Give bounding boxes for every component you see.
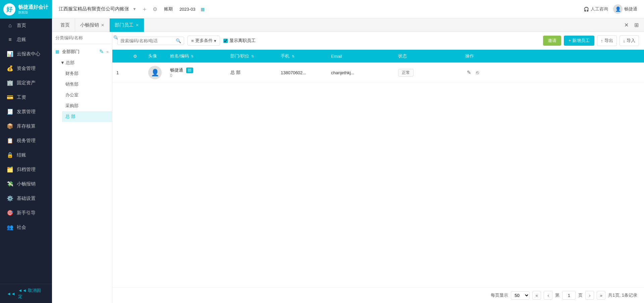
dept-node-label: 办公室 [65, 92, 78, 97]
add-employee-button[interactable]: + 新增员工 [564, 36, 594, 46]
edit-button[interactable]: ✎ [465, 69, 473, 77]
employee-tag: 部 [186, 68, 193, 73]
assets-icon: 🏢 [7, 80, 13, 86]
export-button[interactable]: ↑ 导出 [597, 35, 617, 46]
user-button[interactable]: 👤 畅捷通 [613, 4, 637, 14]
sidebar-item-label: 新手引导 [17, 210, 36, 216]
company-settings-icon[interactable]: ⚙ [153, 6, 157, 12]
sidebar-item-ledger[interactable]: ≡ 总账 [0, 33, 52, 47]
col-dept[interactable]: 部门/职位 ⇅ [226, 50, 277, 62]
prev-page-button[interactable]: ‹ [544, 291, 552, 300]
dept-node-general[interactable]: 总 部 [62, 111, 112, 122]
row-phone: 138070602... [277, 62, 327, 83]
settings-icon: ⚙️ [7, 195, 13, 202]
employee-code: 0 [170, 73, 222, 78]
calendar-icon[interactable]: ▦ [201, 7, 205, 12]
next-page-button[interactable]: › [585, 291, 594, 300]
per-page-select[interactable]: 50 100 200 [511, 291, 530, 300]
toolbar-right: 邀请 + 新增员工 ↑ 导出 ↓ 导入 [543, 35, 639, 46]
sidebar-item-funds[interactable]: 💰 资金管理 [0, 61, 52, 76]
support-button[interactable]: 🎧 人工咨询 [584, 6, 608, 12]
sidebar-item-more[interactable]: 👥 社会 [0, 220, 52, 234]
tab-home[interactable]: 首页 [55, 18, 75, 32]
show-resigned-checkbox[interactable] [223, 39, 228, 43]
row-num: 1 [112, 62, 129, 83]
first-page-button[interactable]: « [532, 291, 541, 300]
dept-node-sales[interactable]: 销售部 [62, 79, 112, 90]
tab-employees-close[interactable]: ✕ [136, 23, 139, 28]
sidebar-item-label: 发票管理 [17, 109, 36, 115]
col-phone[interactable]: 手机 ⇅ [277, 50, 327, 62]
logout-button[interactable]: ⎋ [474, 69, 481, 76]
inventory-icon: 📦 [7, 123, 13, 129]
import-button[interactable]: ↓ 导入 [620, 35, 639, 46]
sidebar-item-inventory[interactable]: 📦 库存核算 [0, 119, 52, 133]
sidebar-item-payroll[interactable]: 💳 工资 [0, 90, 52, 104]
sidebar-item-guide[interactable]: 🎯 新手引导 [0, 206, 52, 220]
home-icon: ⌂ [7, 23, 13, 29]
sidebar-item-label: 云报表中心 [17, 51, 40, 57]
filter-button[interactable]: ≡ 更多条件 ▾ [187, 36, 220, 46]
close-icon: 🔒 [7, 152, 13, 158]
company-dropdown-icon[interactable]: ▼ [132, 7, 137, 11]
sidebar-item-label: 总账 [17, 37, 26, 43]
sidebar-item-close[interactable]: 🔒 结账 [0, 148, 52, 162]
filter-label: 更多条件 [195, 38, 213, 44]
employee-table-container: ⚙ 头像 姓名/编码 ⇅ 部门/职位 ⇅ [112, 50, 644, 287]
sidebar-item-assets[interactable]: 🏢 固定资产 [0, 76, 52, 90]
page-number-input[interactable] [562, 291, 576, 300]
sidebar-item-settings[interactable]: ⚙️ 基础设置 [0, 191, 52, 206]
tabbar-controls: ✕ ⊞ [622, 21, 644, 29]
col-name[interactable]: 姓名/编码 ⇅ [166, 50, 226, 62]
add-company-icon[interactable]: ＋ [142, 5, 148, 13]
sort-phone-icon: ⇅ [292, 54, 294, 58]
employee-name: 畅捷通 [170, 68, 183, 73]
dept-node-zongbu[interactable]: ▼ 总部 [57, 57, 112, 68]
sidebar-item-label: 基础设置 [17, 196, 36, 202]
col-email: Email [327, 50, 394, 62]
sidebar-item-label: 小畅报销 [17, 181, 36, 187]
username-label: 畅捷通 [624, 6, 637, 12]
sidebar-item-reports[interactable]: 📊 云报表中心 [0, 47, 52, 61]
tab-expense-close[interactable]: ✕ [101, 23, 104, 28]
dept-node-purchase[interactable]: 采购部 [62, 100, 112, 111]
last-page-button[interactable]: » [597, 291, 605, 300]
sidebar: 好 畅捷通好会计 旗舰版 ⌂ 首页 ≡ 总账 📊 云报表中心 💰 资金管理 🏢 … [0, 0, 52, 303]
payroll-icon: 💳 [7, 94, 13, 100]
invite-button[interactable]: 邀请 [543, 36, 561, 46]
dept-search-input[interactable] [55, 35, 112, 40]
tab-expand-button[interactable]: ⊞ [632, 21, 641, 29]
dept-search-box: 🔍 [52, 32, 112, 44]
sort-name-icon: ⇅ [191, 54, 194, 58]
unpin-label: ◄◄ 取消固定 [18, 288, 45, 300]
period-label: 账期 [164, 6, 173, 12]
tab-employees[interactable]: 部门员工 ✕ [110, 18, 144, 32]
dept-edit-icon[interactable]: ✎ [99, 48, 104, 55]
dept-sub-children: 财务部 销售部 办公室 采购部 总 部 [57, 68, 112, 122]
all-dept-header[interactable]: ▦ 全部部门 ✎ « [52, 46, 112, 57]
dept-collapse-icon[interactable]: « [106, 49, 109, 54]
sidebar-item-tax[interactable]: 📋 税务管理 [0, 133, 52, 148]
employee-search-input[interactable] [120, 38, 174, 43]
search-icon[interactable]: 🔍 [176, 38, 181, 43]
show-resigned-label[interactable]: 显示离职员工 [223, 38, 256, 44]
tabbar: 首页 小畅报销 ✕ 部门员工 ✕ ✕ ⊞ [52, 18, 644, 32]
tab-expense[interactable]: 小畅报销 ✕ [75, 18, 110, 32]
col-settings[interactable]: ⚙ [129, 50, 144, 62]
avatar: 👤 [148, 66, 162, 79]
tab-close-all-button[interactable]: ✕ [622, 21, 631, 29]
show-resigned-text: 显示离职员工 [229, 38, 256, 44]
dept-node-label: 总 部 [65, 114, 75, 119]
unpin-button[interactable]: ◄◄ ◄◄ 取消固定 [0, 284, 52, 303]
row-dept: 总 部 [226, 62, 277, 83]
table-row: 1 👤 畅捷通 部 0 [112, 62, 644, 83]
avatar: 👤 [613, 4, 623, 14]
sidebar-item-archive[interactable]: 🗂️ 归档管理 [0, 162, 52, 177]
filter-arrow-icon: ▾ [214, 38, 216, 43]
sidebar-item-invoice[interactable]: 🧾 发票管理 [0, 104, 52, 119]
sidebar-item-home[interactable]: ⌂ 首页 [0, 18, 52, 33]
sidebar-item-expense[interactable]: 💸 小畅报销 [0, 177, 52, 191]
dept-node-office[interactable]: 办公室 [62, 90, 112, 100]
logo-icon: 好 [3, 3, 15, 15]
dept-node-finance[interactable]: 财务部 [62, 68, 112, 79]
